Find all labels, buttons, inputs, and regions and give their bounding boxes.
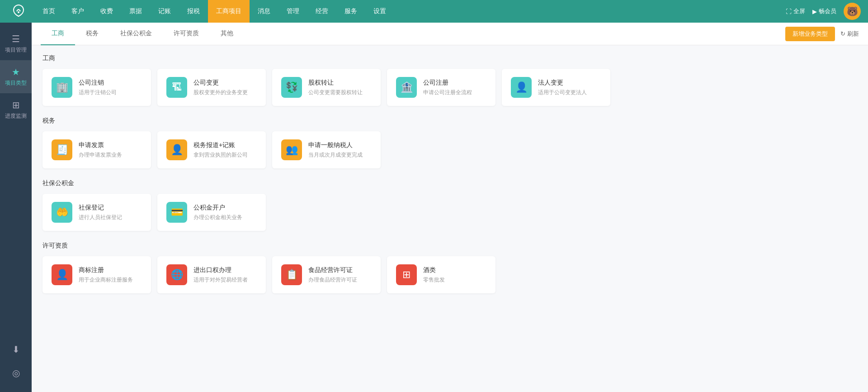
card-title: 股权转让 <box>308 79 363 87</box>
card-icon: 👤 <box>166 139 187 160</box>
card-info: 股权转让公司变更需要股权转让 <box>308 79 363 96</box>
card-desc: 办理公积金相关业务 <box>193 214 242 221</box>
nav-item-收费[interactable]: 收费 <box>92 0 121 23</box>
section-工商: 工商🏢公司注销适用于注销公司🏗公司变更股权变更外的业务变更💱股权转让公司变更需要… <box>42 54 857 106</box>
tab-其他[interactable]: 其他 <box>210 23 244 45</box>
service-card[interactable]: ⊞酒类零售批发 <box>387 256 495 293</box>
svg-point-0 <box>18 11 19 13</box>
section-社保公积金: 社保公积金🤲社保登记进行人员社保登记💳公积金开户办理公积金相关业务 <box>42 179 857 231</box>
nav-menu: 首页客户收费票据记账报税工商项目消息管理经营服务设置 <box>34 0 786 23</box>
sidebar-bottom-item[interactable]: ⬇ <box>0 338 32 361</box>
nav-item-消息[interactable]: 消息 <box>250 0 278 23</box>
card-desc: 申请公司注册全流程 <box>423 89 472 96</box>
service-card[interactable]: 🏗公司变更股权变更外的业务变更 <box>157 69 266 106</box>
sidebar-item-项目管理[interactable]: ☰项目管理 <box>0 27 32 60</box>
section-title: 工商 <box>42 54 857 62</box>
sidebar-item-进度监测[interactable]: ⊞进度监测 <box>0 93 32 126</box>
nav-item-首页[interactable]: 首页 <box>34 0 63 23</box>
card-title: 公司注销 <box>79 79 117 87</box>
section-title: 社保公积金 <box>42 179 857 187</box>
card-icon: 💳 <box>166 202 187 223</box>
refresh-button[interactable]: ↻ 刷新 <box>840 30 859 38</box>
nav-item-管理[interactable]: 管理 <box>278 0 307 23</box>
card-title: 法人变更 <box>538 79 587 87</box>
content-scroll[interactable]: 工商🏢公司注销适用于注销公司🏗公司变更股权变更外的业务变更💱股权转让公司变更需要… <box>32 45 868 392</box>
card-title: 商标注册 <box>79 266 133 274</box>
service-card[interactable]: 🧾申请发票办理申请发票业务 <box>42 131 151 168</box>
service-card[interactable]: 🏦公司注册申请公司注册全流程 <box>387 69 495 106</box>
card-title: 社保登记 <box>79 204 122 212</box>
card-title: 公司变更 <box>193 79 248 87</box>
nav-item-工商项目[interactable]: 工商项目 <box>208 0 250 23</box>
tab-bar-right: 新增业务类型 ↻ 刷新 <box>785 27 859 41</box>
nav-item-报税[interactable]: 报税 <box>179 0 208 23</box>
card-info: 公司注册申请公司注册全流程 <box>423 79 472 96</box>
service-card[interactable]: 📋食品经营许可证办理食品经营许可证 <box>272 256 381 293</box>
card-info: 法人变更适用于公司变更法人 <box>538 79 587 96</box>
service-card[interactable]: 💳公积金开户办理公积金相关业务 <box>157 194 266 231</box>
tab-工商[interactable]: 工商 <box>41 23 75 45</box>
sidebar-label: 进度监测 <box>5 112 27 120</box>
card-info: 公司注销适用于注销公司 <box>79 79 117 96</box>
fullscreen-label: 全屏 <box>793 7 805 15</box>
nav-item-经营[interactable]: 经营 <box>307 0 336 23</box>
new-type-button[interactable]: 新增业务类型 <box>785 27 835 41</box>
card-desc: 当月或次月成变更完成 <box>308 151 363 159</box>
fullscreen-icon: ⛶ <box>786 8 792 15</box>
service-card[interactable]: 👥申请一般纳税人当月或次月成变更完成 <box>272 131 381 168</box>
nav-item-票据[interactable]: 票据 <box>121 0 150 23</box>
nav-item-记账[interactable]: 记账 <box>150 0 179 23</box>
card-icon: 💱 <box>281 77 302 98</box>
nav-item-客户[interactable]: 客户 <box>63 0 92 23</box>
app-logo <box>7 0 30 23</box>
service-card[interactable]: 👤商标注册用于企业商标注册服务 <box>42 256 151 293</box>
card-desc: 适用于公司变更法人 <box>538 89 587 96</box>
cards-grid: 👤商标注册用于企业商标注册服务🌐进出口权办理适用于对外贸易经营者📋食品经营许可证… <box>42 256 857 293</box>
tab-税务[interactable]: 税务 <box>75 23 109 45</box>
card-info: 申请发票办理申请发票业务 <box>79 141 122 159</box>
card-title: 进出口权办理 <box>193 266 248 274</box>
card-icon: 📋 <box>281 264 302 285</box>
tab-bar: 工商税务社保公积金许可资质其他 新增业务类型 ↻ 刷新 <box>32 23 868 45</box>
vip-label: 畅会员 <box>819 7 836 15</box>
nav-item-服务[interactable]: 服务 <box>336 0 365 23</box>
sidebar-bottom-icon: ◎ <box>12 368 20 378</box>
card-info: 进出口权办理适用于对外贸易经营者 <box>193 266 248 284</box>
card-icon: 🏢 <box>52 77 72 98</box>
refresh-label: 刷新 <box>847 30 859 38</box>
sidebar-bottom-item[interactable]: ◎ <box>0 361 32 385</box>
card-info: 商标注册用于企业商标注册服务 <box>79 266 133 284</box>
main-layout: ☰项目管理★项目类型⊞进度监测⬇◎ 工商税务社保公积金许可资质其他 新增业务类型… <box>0 23 868 392</box>
refresh-icon: ↻ <box>840 30 845 37</box>
card-icon: 🏦 <box>396 77 417 98</box>
service-card[interactable]: 👤法人变更适用于公司变更法人 <box>502 69 610 106</box>
vip-btn[interactable]: ▶ 畅会员 <box>812 7 836 15</box>
service-card[interactable]: 🏢公司注销适用于注销公司 <box>42 69 151 106</box>
card-desc: 零售批发 <box>423 276 445 284</box>
top-navigation: 首页客户收费票据记账报税工商项目消息管理经营服务设置 ⛶ 全屏 ▶ 畅会员 🐻 <box>0 0 868 23</box>
card-info: 酒类零售批发 <box>423 266 445 284</box>
tab-社保公积金[interactable]: 社保公积金 <box>109 23 163 45</box>
card-icon: 🏗 <box>166 77 187 98</box>
sidebar-item-项目类型[interactable]: ★项目类型 <box>0 60 32 93</box>
card-desc: 用于企业商标注册服务 <box>79 276 133 284</box>
service-card[interactable]: 💱股权转让公司变更需要股权转让 <box>272 69 381 106</box>
content-area: 工商税务社保公积金许可资质其他 新增业务类型 ↻ 刷新 工商🏢公司注销适用于注销… <box>32 23 868 392</box>
section-许可资质: 许可资质👤商标注册用于企业商标注册服务🌐进出口权办理适用于对外贸易经营者📋食品经… <box>42 242 857 293</box>
card-icon: 🌐 <box>166 264 187 285</box>
nav-item-设置[interactable]: 设置 <box>365 0 394 23</box>
service-card[interactable]: 🤲社保登记进行人员社保登记 <box>42 194 151 231</box>
card-title: 酒类 <box>423 266 445 274</box>
service-card[interactable]: 👤税务报道+记账拿到营业执照的新公司 <box>157 131 266 168</box>
card-desc: 办理申请发票业务 <box>79 151 122 159</box>
card-title: 公司注册 <box>423 79 472 87</box>
tab-许可资质[interactable]: 许可资质 <box>163 23 210 45</box>
card-desc: 适用于注销公司 <box>79 89 117 96</box>
service-card[interactable]: 🌐进出口权办理适用于对外贸易经营者 <box>157 256 266 293</box>
section-title: 许可资质 <box>42 242 857 250</box>
sidebar-label: 项目管理 <box>5 46 27 54</box>
card-title: 公积金开户 <box>193 204 242 212</box>
vip-icon: ▶ <box>812 8 817 15</box>
fullscreen-btn[interactable]: ⛶ 全屏 <box>786 7 805 15</box>
sidebar-icon: ★ <box>12 67 20 77</box>
